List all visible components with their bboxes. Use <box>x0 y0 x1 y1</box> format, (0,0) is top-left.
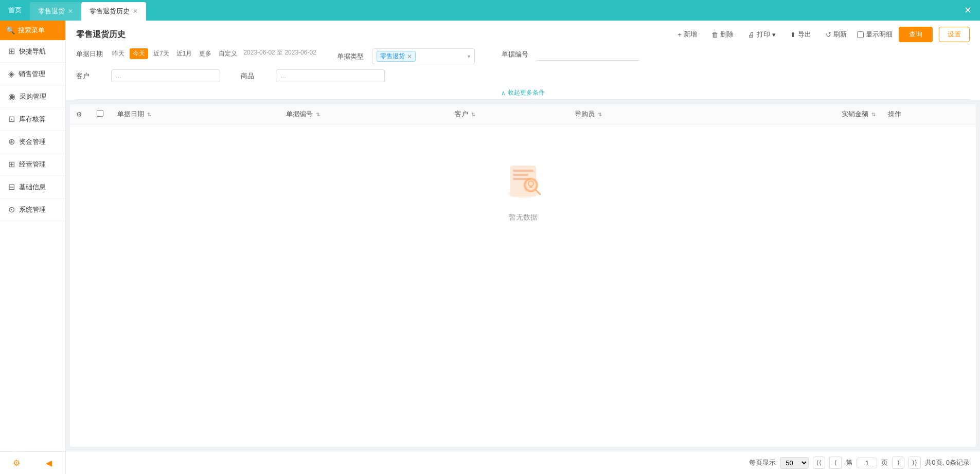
collapse-up-icon: ∧ <box>501 89 506 97</box>
sidebar-item-system-label: 系统管理 <box>19 205 46 214</box>
export-button[interactable]: ⬆ 导出 <box>786 28 815 41</box>
sidebar-item-operations[interactable]: ⊞ 经营管理 <box>0 153 65 176</box>
sidebar-bottom: ⚙ ◀ <box>0 451 65 474</box>
inventory-icon: ⊡ <box>8 114 15 124</box>
new-button[interactable]: + 新增 <box>673 28 701 41</box>
doc-type-tag: 零售退货 ✕ <box>377 51 416 62</box>
query-button[interactable]: 查询 <box>899 27 933 42</box>
customer-sort-icon: ⇅ <box>471 112 475 117</box>
svg-rect-2 <box>513 170 533 172</box>
sidebar-item-system[interactable]: ⊙ 系统管理 <box>0 198 65 221</box>
print-icon: 🖨 <box>748 31 755 39</box>
empty-state: 暂无数据 <box>70 124 976 253</box>
date-1month[interactable]: 近1月 <box>174 48 194 59</box>
goods-label: 商品 <box>241 71 272 81</box>
page-header: 零售退货历史 + 新增 🗑 删除 🖨 打印 ▾ <box>66 21 980 100</box>
page-size-label: 每页显示 <box>749 458 776 467</box>
sidebar-item-inventory[interactable]: ⊡ 库存核算 <box>0 108 65 131</box>
delete-button[interactable]: 🗑 删除 <box>707 28 738 41</box>
doc-number-input[interactable] <box>537 48 639 61</box>
window-close-button[interactable]: ✕ <box>956 5 980 16</box>
sidebar-search-label: 搜索菜单 <box>18 26 45 35</box>
collapse-label: 收起更多条件 <box>508 88 545 97</box>
finance-icon: ⊛ <box>8 137 15 147</box>
setting-button[interactable]: 设置 <box>939 27 970 42</box>
show-details-checkbox[interactable] <box>857 31 864 38</box>
th-checkbox[interactable] <box>91 104 111 124</box>
date-today[interactable]: 今天 <box>130 48 148 59</box>
th-settings[interactable]: ⚙ <box>70 104 91 124</box>
page-header-top: 零售退货历史 + 新增 🗑 删除 🖨 打印 ▾ <box>76 27 970 42</box>
page-label: 页 <box>881 458 888 467</box>
doc-number-label: 单据编号 <box>502 50 532 59</box>
th-guide-label: 导购员 <box>575 110 595 118</box>
goods-placeholder: ... <box>280 72 286 80</box>
delete-label: 删除 <box>720 30 734 39</box>
top-bar: 首页 零售退货 ✕ 零售退货历史 ✕ ✕ <box>0 0 980 21</box>
sidebar-item-finance[interactable]: ⊛ 资金管理 <box>0 131 65 153</box>
th-doc-date[interactable]: 单据日期 ⇅ <box>111 104 280 124</box>
date-7days[interactable]: 近7天 <box>151 48 171 59</box>
goods-input[interactable]: ... <box>276 69 385 82</box>
date-more[interactable]: 更多 <box>197 48 213 59</box>
print-button[interactable]: 🖨 打印 ▾ <box>744 28 780 41</box>
doc-type-close-icon[interactable]: ✕ <box>407 53 412 60</box>
show-details-checkbox-label[interactable]: 显示明细 <box>857 30 893 39</box>
page-number-input[interactable] <box>857 458 877 468</box>
sidebar-item-operations-label: 经营管理 <box>19 160 46 169</box>
tab-retail-return[interactable]: 零售退货 ✕ <box>30 2 81 21</box>
tab-home[interactable]: 首页 <box>0 0 30 21</box>
export-label: 导出 <box>798 30 811 39</box>
page-size-select[interactable]: 10 20 50 100 <box>780 457 809 469</box>
th-guide[interactable]: 导购员 ⇅ <box>568 104 713 124</box>
sidebar-item-sales-label: 销售管理 <box>19 69 45 79</box>
tab-retail-return-history-label: 零售退货历史 <box>90 7 130 16</box>
sidebar-item-basic[interactable]: ⊟ 基础信息 <box>0 176 65 198</box>
sidebar-item-quick-nav-label: 快捷导航 <box>19 47 46 56</box>
empty-illustration <box>497 155 549 207</box>
tab-retail-return-close[interactable]: ✕ <box>68 8 73 15</box>
customer-input[interactable]: ... <box>111 69 220 82</box>
collapse-icon: ◀ <box>46 458 52 468</box>
delete-icon: 🗑 <box>711 31 718 39</box>
settings-button[interactable]: ⚙ <box>0 456 33 470</box>
doc-date-sort-icon: ⇅ <box>147 112 151 117</box>
collapse-button[interactable]: ∧ 收起更多条件 <box>76 86 970 99</box>
empty-text: 暂无数据 <box>509 213 538 222</box>
table-container: ⚙ 单据日期 ⇅ 单据编号 ⇅ <box>70 104 976 447</box>
th-amount[interactable]: 实销金额 ⇅ <box>713 104 882 124</box>
th-amount-label: 实销金额 <box>842 110 868 118</box>
refresh-button[interactable]: ↺ 刷新 <box>822 28 851 41</box>
sidebar-item-quick-nav[interactable]: ⊞ 快捷导航 <box>0 40 65 63</box>
sidebar-item-purchase[interactable]: ◉ 采购管理 <box>0 85 65 108</box>
select-all-checkbox[interactable] <box>97 110 103 117</box>
doc-type-content: 零售退货 ✕ <box>377 51 468 62</box>
svg-rect-3 <box>513 174 528 176</box>
last-page-button[interactable]: ⟩⟩ <box>908 457 921 469</box>
print-dropdown-icon: ▾ <box>772 31 776 39</box>
refresh-icon: ↺ <box>826 31 831 39</box>
amount-sort-icon: ⇅ <box>871 112 876 117</box>
basic-icon: ⊟ <box>8 182 15 192</box>
date-custom[interactable]: 自定义 <box>217 48 239 59</box>
next-page-button[interactable]: ⟩ <box>892 457 904 469</box>
tab-home-label: 首页 <box>8 6 22 15</box>
sidebar-item-sales[interactable]: ◈ 销售管理 <box>0 63 65 85</box>
doc-type-dropdown[interactable]: 零售退货 ✕ ▾ <box>372 48 475 64</box>
sidebar-search[interactable]: 🔍 搜索菜单 <box>0 21 65 40</box>
tab-retail-return-label: 零售退货 <box>38 7 65 16</box>
th-customer-label: 客户 <box>455 110 468 118</box>
date-yesterday[interactable]: 昨天 <box>110 48 127 59</box>
th-customer[interactable]: 客户 ⇅ <box>449 104 568 124</box>
th-doc-number[interactable]: 单据编号 ⇅ <box>280 104 449 124</box>
gear-icon: ⚙ <box>13 458 20 468</box>
customer-placeholder: ... <box>116 72 121 80</box>
collapse-sidebar-button[interactable]: ◀ <box>33 456 66 470</box>
prev-page-button[interactable]: ⟨ <box>829 457 842 469</box>
th-doc-number-label: 单据编号 <box>286 110 313 118</box>
date-range-display: 2023-06-02 至 2023-06-02 <box>243 48 316 57</box>
tab-retail-return-history-close[interactable]: ✕ <box>133 8 138 15</box>
tab-retail-return-history[interactable]: 零售退货历史 ✕ <box>81 2 146 21</box>
empty-row: 暂无数据 <box>70 124 976 253</box>
first-page-button[interactable]: ⟨⟨ <box>813 457 825 469</box>
